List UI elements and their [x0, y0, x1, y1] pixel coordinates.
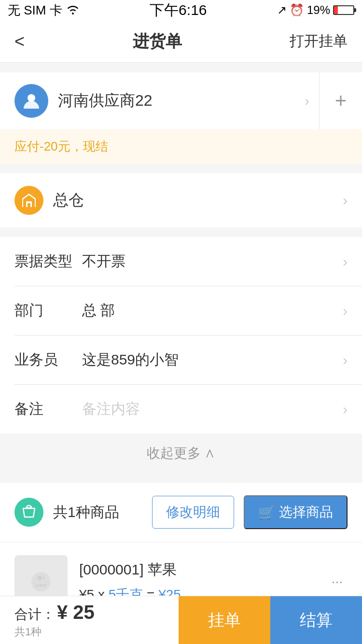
product-code: [0000001]	[79, 561, 143, 577]
product-count-label: 共1种商品	[53, 503, 142, 522]
bottom-bar: 合计： ¥ 25 共1种 挂单 结算	[0, 596, 362, 644]
svg-text:LOGO: LOGO	[35, 583, 46, 588]
warehouse-selector[interactable]: 总仓 ›	[0, 173, 362, 227]
form-section: 票据类型 不开票 › 部门 总 部 › 业务员 这是859的小智 › 备注 备注…	[0, 237, 362, 434]
svg-point-3	[31, 572, 51, 591]
gap-2	[0, 473, 362, 483]
warehouse-section: 总仓 ›	[0, 173, 362, 227]
battery-icon	[333, 5, 354, 15]
product-title: 苹果	[148, 561, 177, 577]
remark-row[interactable]: 备注 备注内容 ›	[0, 385, 362, 434]
salesperson-chevron: ›	[343, 352, 348, 368]
location-icon: ↗	[277, 3, 287, 17]
page-title: 进货单	[133, 30, 182, 53]
supplier-chevron: ›	[305, 93, 309, 109]
warehouse-chevron: ›	[343, 192, 348, 209]
status-left: 无 SIM 卡	[8, 2, 80, 19]
product-header: 共1种商品 修改明细 🛒 选择商品	[0, 483, 362, 542]
supplier-avatar	[14, 84, 48, 118]
svg-text:督+: 督+	[37, 575, 45, 581]
total-section: 合计： ¥ 25 共1种	[0, 596, 179, 644]
salesperson-value: 这是859的小智	[72, 350, 343, 370]
battery-percent: 19%	[307, 3, 330, 17]
total-count: 共1种	[14, 625, 164, 639]
status-time: 下午6:16	[150, 0, 207, 20]
product-name: [0000001] 苹果	[79, 560, 315, 580]
department-row[interactable]: 部门 总 部 ›	[0, 286, 362, 335]
supplier-name: 河南供应商22	[58, 90, 295, 112]
content-area: 河南供应商22 › + 应付-20元，现结 总仓 › 票据类型 不开票 › 部门…	[0, 63, 362, 644]
salesperson-row[interactable]: 业务员 这是859的小智 ›	[0, 336, 362, 384]
cart-icon: 🛒	[258, 504, 275, 520]
remark-value: 备注内容	[72, 399, 343, 419]
alert-bar: 应付-20元，现结	[0, 129, 362, 164]
checkout-button[interactable]: 结算	[270, 596, 362, 644]
nav-bar: < 进货单 打开挂单	[0, 20, 362, 63]
wifi-icon	[66, 3, 80, 18]
total-amount: ¥ 25	[57, 602, 95, 623]
invoice-type-row[interactable]: 票据类型 不开票 ›	[0, 237, 362, 286]
department-value: 总 部	[72, 301, 343, 321]
supplier-section: 河南供应商22 › +	[0, 72, 362, 129]
total-label: 合计：	[14, 605, 55, 624]
remark-chevron: ›	[343, 401, 348, 418]
open-hang-button[interactable]: 打开挂单	[290, 31, 348, 51]
select-product-button[interactable]: 🛒 选择商品	[244, 495, 348, 529]
product-bag-icon	[14, 498, 43, 527]
warehouse-icon	[14, 186, 43, 215]
remark-label: 备注	[14, 399, 72, 419]
collapse-bar[interactable]: 收起更多 ∧	[0, 434, 362, 473]
status-bar: 无 SIM 卡 下午6:16 ↗ ⏰ 19%	[0, 0, 362, 20]
invoice-type-label: 票据类型	[14, 252, 72, 271]
gap-1	[0, 63, 362, 72]
department-label: 部门	[14, 301, 72, 321]
status-right: ↗ ⏰ 19%	[277, 3, 354, 17]
invoice-type-value: 不开票	[72, 252, 343, 271]
alarm-icon: ⏰	[290, 3, 304, 17]
carrier-label: 无 SIM 卡	[8, 2, 62, 19]
hang-button[interactable]: 挂单	[179, 596, 270, 644]
select-product-label: 选择商品	[279, 503, 333, 521]
svg-point-0	[28, 94, 35, 102]
product-more-button[interactable]: ···	[327, 569, 348, 594]
modify-detail-button[interactable]: 修改明细	[152, 496, 234, 529]
warehouse-name: 总仓	[53, 190, 333, 211]
add-supplier-button[interactable]: +	[320, 72, 362, 129]
back-button[interactable]: <	[14, 31, 25, 52]
salesperson-label: 业务员	[14, 350, 72, 370]
department-chevron: ›	[343, 303, 348, 319]
svg-rect-2	[28, 203, 30, 207]
invoice-type-chevron: ›	[343, 253, 348, 270]
supplier-selector[interactable]: 河南供应商22 ›	[0, 72, 320, 129]
